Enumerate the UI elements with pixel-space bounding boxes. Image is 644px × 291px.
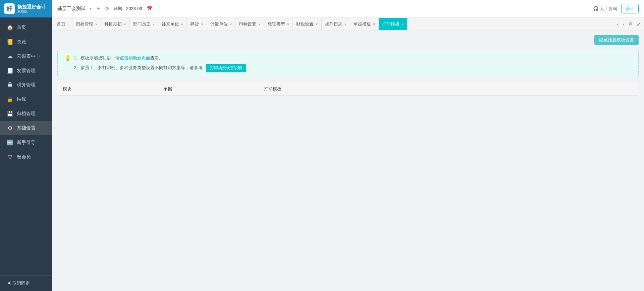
tab-nav-arrow: ‹ [67, 22, 69, 26]
tab-close-icon[interactable]: × [401, 22, 404, 26]
tab-close-icon[interactable]: × [181, 22, 183, 26]
sidebar-item-close[interactable]: 🔒 结账 [0, 92, 52, 106]
period-value: 2023-03 [126, 6, 142, 11]
ai-consult-button[interactable]: 🎧 人工咨询 [593, 6, 617, 12]
info-box: 💡 1、模板添加成功后，请点击刷新新页面查看。 2、多员工、多打印机、多种业务类… [57, 50, 639, 77]
top-bar-right: 🎧 人工咨询 会计 [593, 4, 639, 13]
tab-label: 操作日志 [325, 21, 342, 27]
tab-voucher[interactable]: 凭证类型× [264, 18, 293, 30]
tab-close-icon[interactable]: × [95, 22, 97, 26]
close-icon: 🔒 [7, 96, 13, 102]
app-title: 畅捷通好会计 [17, 4, 46, 10]
tab-label: 计量单位 [210, 21, 228, 27]
sidebar-item-tax[interactable]: 🏛 税务管理 [0, 78, 52, 92]
sidebar-item-label: 归档管理 [17, 111, 36, 117]
logo-text: 畅捷通好会计 旗舰版 [17, 4, 46, 14]
settings-icon[interactable]: ⚙ [105, 6, 109, 12]
guide-icon: 🆕 [7, 139, 13, 146]
tab-label: 科目期初 [104, 21, 122, 27]
tab-label: 单据模板 [354, 21, 371, 27]
bulb-icon: 💡 [64, 55, 71, 61]
tab-print[interactable]: 打印模板× [379, 18, 407, 30]
sidebar-item-archive[interactable]: 💾 归档管理 [0, 106, 52, 121]
tab-close-icon[interactable]: × [201, 22, 203, 26]
tab-label: 凭证类型 [268, 21, 285, 27]
content-area: 隐藏预置模板设置 💡 1、模板添加成功后，请点击刷新新页面查看。 2、多员工、多… [52, 31, 644, 291]
company-dropdown-icon[interactable]: ▾ [90, 6, 92, 11]
tab-expand-btn[interactable]: ⤢ [635, 18, 643, 30]
info-text-2: 2、多员工、多打印机、多种业务类型设置不同打印方案等，请参考 打印场景设置说明 [74, 64, 246, 72]
tab-unit[interactable]: 计量单位× [207, 18, 235, 30]
sidebar-item-invoice[interactable]: 🧾 发票管理 [0, 63, 52, 78]
tab-close-all-btn[interactable]: ✕ [626, 18, 635, 30]
tab-close-icon[interactable]: × [373, 22, 375, 26]
sidebar-item-ledger[interactable]: 📒 总账 [0, 35, 52, 49]
add-company-icon[interactable]: ＋ [96, 5, 101, 12]
sidebar-item-label: 税务管理 [17, 82, 36, 88]
tab-next-btn[interactable]: › [621, 18, 626, 30]
tab-dept[interactable]: 部门员工× [130, 18, 158, 30]
ai-label: 人工咨询 [600, 6, 617, 12]
top-bar: 基层工会测试 ▾ ＋ ⚙ 账期 2023-03 📅 🎧 人工咨询 会计 [52, 0, 644, 17]
tab-label: 归档管理 [76, 21, 93, 27]
print-scene-button[interactable]: 打印场景设置说明 [206, 64, 246, 72]
sidebar-item-label: 结账 [17, 96, 26, 102]
archive-icon: 💾 [7, 110, 13, 117]
tab-label: 首页 [57, 21, 65, 27]
sidebar-item-label: 云报表中心 [17, 53, 40, 59]
settings-icon: ⚙ [7, 125, 13, 131]
tab-label: 币种设置 [239, 21, 256, 27]
hide-template-button[interactable]: 隐藏预置模板设置 [594, 35, 639, 45]
refresh-link[interactable]: 点击刷新新页面 [120, 55, 150, 60]
sidebar-item-label: 畅会员 [17, 154, 31, 160]
sidebar-item-label: 总账 [17, 39, 26, 45]
tab-close-icon[interactable]: × [287, 22, 289, 26]
sidebar-nav: 🏠 首页 📒 总账 ☁ 云报表中心 🧾 发票管理 🏛 税务管理 🔒 结账 💾 归… [0, 17, 52, 275]
tab-label: 存货 [190, 21, 199, 27]
sidebar-unpin[interactable]: ◀ 取消固定 [0, 275, 52, 291]
sidebar-item-label: 基础设置 [17, 125, 36, 131]
tab-subject[interactable]: 科目期初× [101, 18, 129, 30]
tab-tax[interactable]: 财税设置× [293, 18, 321, 30]
tab-archive[interactable]: 归档管理× [72, 18, 101, 30]
tab-currency[interactable]: 币种设置× [235, 18, 264, 30]
calendar-icon[interactable]: 📅 [146, 6, 153, 12]
tab-inventory[interactable]: 存货× [187, 18, 207, 30]
app-logo: 好 畅捷通好会计 旗舰版 [0, 0, 52, 17]
logo-icon: 好 [4, 3, 15, 14]
company-name: 基层工会测试 [57, 6, 86, 12]
tab-close-icon[interactable]: × [258, 22, 260, 26]
sidebar-item-guide[interactable]: 🆕 新手引导 [0, 135, 52, 150]
tab-home[interactable]: 首页‹ [53, 18, 72, 30]
member-icon: ▽ [7, 154, 13, 160]
tab-close-icon[interactable]: × [344, 22, 346, 26]
kuaiji-button[interactable]: 会计 [621, 4, 639, 13]
col-module: 模块 [57, 86, 158, 92]
tab-partner[interactable]: 往来单位× [158, 18, 187, 30]
sidebar-item-member[interactable]: ▽ 畅会员 [0, 150, 52, 164]
headset-icon: 🎧 [593, 6, 598, 11]
sidebar-item-label: 首页 [17, 25, 26, 31]
tab-close-icon[interactable]: × [153, 22, 155, 26]
tab-oplog[interactable]: 操作日志× [322, 18, 350, 30]
sidebar: 好 畅捷通好会计 旗舰版 🏠 首页 📒 总账 ☁ 云报表中心 🧾 发票管理 🏛 … [0, 0, 52, 291]
unpin-label: ◀ 取消固定 [7, 280, 30, 286]
tab-close-icon[interactable]: × [124, 22, 126, 26]
tab-receipt[interactable]: 单据模板× [350, 18, 379, 30]
tab-close-icon[interactable]: × [230, 22, 232, 26]
tab-close-icon[interactable]: × [316, 22, 318, 26]
period-label: 账期 [113, 6, 122, 12]
sidebar-item-reports[interactable]: ☁ 云报表中心 [0, 49, 52, 63]
app-subtitle: 旗舰版 [17, 9, 46, 13]
info-text-1: 1、模板添加成功后，请点击刷新新页面查看。 [74, 55, 163, 62]
sidebar-item-home[interactable]: 🏠 首页 [0, 20, 52, 35]
tab-label: 部门员工 [133, 21, 151, 27]
main-area: 基层工会测试 ▾ ＋ ⚙ 账期 2023-03 📅 🎧 人工咨询 会计 首页‹归… [52, 0, 644, 291]
tab-bar: 首页‹归档管理×科目期初×部门员工×往来单位×存货×计量单位×币种设置×凭证类型… [52, 17, 644, 31]
info-row-1: 💡 1、模板添加成功后，请点击刷新新页面查看。 [64, 55, 632, 62]
data-table: 模块 单据 打印模板 [57, 83, 639, 96]
table-header: 模块 单据 打印模板 [57, 83, 639, 96]
tab-label: 往来单位 [162, 21, 179, 27]
sidebar-item-settings[interactable]: ⚙ 基础设置 [0, 121, 52, 135]
tab-prev-btn[interactable]: ‹ [615, 18, 621, 30]
